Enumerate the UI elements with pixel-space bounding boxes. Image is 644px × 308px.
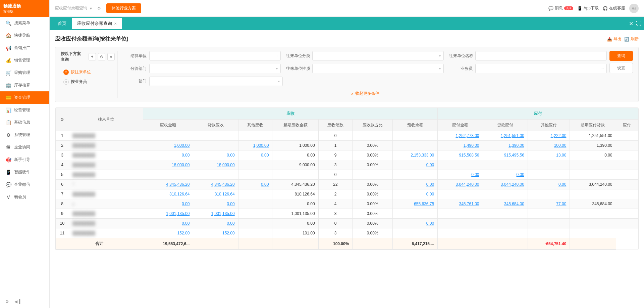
sidebar-item-inventory[interactable]: 🏢库存核算: [0, 79, 49, 91]
cell-link[interactable]: 0.00: [392, 180, 437, 189]
setting-btn[interactable]: 设置: [609, 63, 633, 73]
maximize-btn[interactable]: ⛶: [636, 20, 641, 27]
cell-link[interactable]: 77.00: [528, 199, 570, 209]
sidebar-item-funds[interactable]: 💳资金管理: [0, 91, 49, 104]
settings-icon[interactable]: ⚙: [5, 299, 9, 304]
sidebar-item-quick-nav[interactable]: 🏠快捷导航: [0, 29, 49, 42]
main-area: 应收应付余额查询 ▾ ⚙ 体验行业方案 💬 消息 99+ 📱 App下载 🎧 在…: [50, 0, 644, 308]
cell-link[interactable]: 3,044,240.00: [438, 180, 483, 189]
cell-link[interactable]: 0.00: [238, 150, 272, 160]
cell-link[interactable]: 0.00: [438, 170, 483, 180]
cell-link[interactable]: 2,153,333.00: [392, 150, 437, 160]
scheme-by-staff[interactable]: ⊙ 按业务员: [61, 78, 115, 86]
input-salesperson[interactable]: ···: [475, 64, 607, 73]
online-service-btn[interactable]: 🎧 在线客服: [603, 5, 625, 11]
cell-link[interactable]: 0.00: [143, 150, 193, 160]
filter-customer-category: 往来单位分类 ▾: [286, 51, 444, 60]
cell-link[interactable]: 1,000.00: [238, 141, 272, 150]
cell-link[interactable]: 152.00: [143, 228, 193, 238]
cell-link[interactable]: 915,495.56: [483, 150, 528, 160]
sidebar-item-sales[interactable]: 💰销售管理: [0, 54, 49, 67]
cell-link[interactable]: 18,000.00: [193, 160, 238, 170]
cell-link[interactable]: 0.00: [392, 160, 437, 170]
refresh-btn[interactable]: 🔄 刷新: [624, 36, 639, 42]
topbar-actions: 💬 消息 99+ 📱 App下载 🎧 在线客服 Rit: [548, 4, 639, 13]
input-dept-manager[interactable]: ▾: [149, 64, 281, 73]
sidebar-item-enterprise[interactable]: 🏛企业协同: [0, 141, 49, 153]
right-btns: 查询 设置: [609, 51, 633, 98]
cell-link[interactable]: 100.00: [528, 141, 570, 150]
messages-btn[interactable]: 💬 消息 99+: [548, 5, 573, 11]
user-avatar[interactable]: Rit: [629, 4, 639, 13]
sidebar-item-operations[interactable]: 📊经营管理: [0, 104, 49, 116]
add-scheme-btn[interactable]: +: [89, 53, 96, 60]
cell-link[interactable]: 1,251,551.00: [483, 131, 528, 141]
cell-link[interactable]: 18,000.00: [143, 160, 193, 170]
cell-link[interactable]: 1,001,135.00: [193, 209, 238, 219]
collapse-btn[interactable]: ∧ 收起更多条件: [123, 89, 607, 98]
cell-link[interactable]: 915,508.56: [438, 150, 483, 160]
sidebar-item-basic-info[interactable]: 📋基础信息: [0, 116, 49, 129]
cell-link[interactable]: 0.00: [143, 219, 193, 228]
sidebar-item-guide[interactable]: 🎯新手引导: [0, 153, 49, 166]
sidebar-item-search-menu[interactable]: 🔍搜索菜单: [0, 17, 49, 29]
scheme-by-customer[interactable]: ⊙ 按往来单位: [61, 68, 115, 76]
cell-link[interactable]: 1,390.00: [483, 141, 528, 150]
sidebar-item-marketing[interactable]: 📢营销推广: [0, 42, 49, 54]
input-settlement-unit[interactable]: ···: [149, 51, 281, 60]
cell-link[interactable]: 0.00: [528, 180, 570, 189]
cell-link[interactable]: 345,684.00: [483, 199, 528, 209]
sidebar-item-system[interactable]: ⚙系统管理: [0, 129, 49, 141]
sidebar-item-hardware[interactable]: 📱智能硬件: [0, 166, 49, 178]
table-settings-icon[interactable]: ⚙: [60, 117, 64, 122]
query-btn[interactable]: 查询: [609, 51, 633, 61]
cell-empty: [438, 160, 483, 170]
topbar-dropdown-icon[interactable]: ▾: [90, 6, 92, 11]
cell-link[interactable]: 4,345,436.20: [143, 180, 193, 189]
sidebar-item-wechat[interactable]: 💬企业微信: [0, 178, 49, 191]
tab-ar-ap[interactable]: 应收应付余额查询 ✕: [72, 18, 122, 29]
tab-home[interactable]: 首页: [52, 18, 72, 29]
sidebar-item-purchase[interactable]: 🛒采购管理: [0, 67, 49, 79]
cell-link[interactable]: 3,044,240.00: [483, 180, 528, 189]
app-download-btn[interactable]: 📱 App下载: [577, 5, 599, 11]
cell-link[interactable]: 1,001,135.00: [143, 209, 193, 219]
close-window-btn[interactable]: ✕: [629, 20, 633, 27]
sidebar-item-vip[interactable]: V畅会员: [0, 191, 49, 203]
cell-link[interactable]: 655,636.75: [392, 199, 437, 209]
input-customer-name[interactable]: [475, 51, 607, 60]
export-btn[interactable]: 📤 导出: [607, 36, 622, 42]
cell-link[interactable]: 0.00: [392, 219, 437, 228]
cell-link[interactable]: 0.00: [143, 199, 193, 209]
page-title: 应收应付余额查询(按往来单位): [55, 36, 128, 43]
cell-link[interactable]: 0.00: [193, 199, 238, 209]
cell-link[interactable]: 0.00: [238, 180, 272, 189]
cell-link[interactable]: 810,126.64: [193, 189, 238, 199]
input-customer-nature[interactable]: ▾: [312, 64, 444, 73]
cell-row-num: 7: [56, 189, 69, 199]
expand-scheme-btn[interactable]: «: [107, 53, 115, 60]
input-dept[interactable]: ▾: [149, 77, 283, 86]
cell-link[interactable]: 152.00: [193, 228, 238, 238]
cell-empty: [392, 131, 437, 141]
footer-ap-prepaid[interactable]: 6,417,215....: [392, 238, 437, 250]
cell-link[interactable]: 0.00: [483, 170, 528, 180]
trial-btn[interactable]: 体验行业方案: [106, 3, 141, 13]
cell-link[interactable]: 0.00: [193, 219, 238, 228]
cell-link[interactable]: 810,126.64: [143, 189, 193, 199]
cell-link[interactable]: 1,000.00: [143, 141, 193, 150]
cell-link[interactable]: 1,252,773.00: [438, 131, 483, 141]
cell-link[interactable]: 13.00: [528, 150, 570, 160]
cell-link[interactable]: 345,761.00: [438, 199, 483, 209]
footer-ar-total[interactable]: 19,553,472,6...: [143, 238, 193, 250]
cell-link[interactable]: 4,345,436.20: [193, 180, 238, 189]
collapse-icon[interactable]: ◀▐: [14, 299, 20, 304]
topbar-gear-icon[interactable]: ⚙: [97, 6, 101, 11]
input-customer-category[interactable]: ▾: [312, 51, 444, 60]
cell-link[interactable]: 1,222.00: [528, 131, 570, 141]
tab-close-btn[interactable]: ✕: [114, 22, 117, 26]
cell-link[interactable]: 1,490.00: [438, 141, 483, 150]
cell-link[interactable]: 0.00: [392, 189, 437, 199]
cell-link[interactable]: 0.00: [193, 150, 238, 160]
settings-scheme-btn[interactable]: ⊙: [98, 53, 105, 60]
